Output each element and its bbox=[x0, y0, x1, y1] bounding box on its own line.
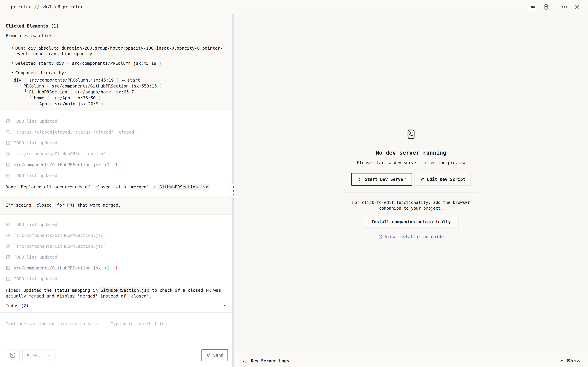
file-reference-chip: src/components/GitHubPRSection.jsx:553:1… bbox=[50, 83, 159, 89]
user-message-feedback: I'm seeing 'closed' for PRs that were me… bbox=[0, 196, 233, 215]
logs-bar-label: Dev Server Logs bbox=[251, 358, 289, 363]
preview-panel: No dev server running Please start a dev… bbox=[234, 14, 588, 354]
chevron-up-icon bbox=[222, 303, 227, 308]
app-window: pr color // vk/bfd6-pr-color bbox=[0, 0, 588, 367]
eye-read-icon bbox=[6, 151, 11, 156]
check-square-icon bbox=[6, 140, 11, 145]
companion-hint-text: For click-to-edit functionality, add the… bbox=[352, 200, 470, 211]
more-options-button[interactable] bbox=[561, 3, 568, 11]
hierarchy-row: └GitHubPRSection (src/pages/home.jsx:65:… bbox=[24, 89, 227, 95]
edit-file-icon bbox=[6, 162, 11, 167]
todos-label: Todos (2) bbox=[6, 303, 29, 308]
tool-call-row-todo[interactable]: TODO list updated bbox=[6, 137, 227, 148]
check-square-icon bbox=[6, 119, 11, 124]
play-icon bbox=[358, 177, 362, 182]
preview-empty-subtitle: Please start a dev server to see the pre… bbox=[357, 160, 465, 165]
show-logs-toggle[interactable]: Show bbox=[559, 358, 580, 364]
message-input[interactable] bbox=[0, 313, 233, 342]
send-button[interactable]: Send bbox=[201, 349, 228, 361]
view-installation-guide-link[interactable]: View installation guide bbox=[378, 234, 444, 239]
close-icon bbox=[575, 5, 580, 9]
user-message-clicked-elements: Clicked Elements (1) From preview click:… bbox=[0, 14, 233, 111]
tool-call-row-todo[interactable]: TODO list updated bbox=[6, 273, 227, 284]
tool-call-row-edit-file[interactable]: src/components/GitHubPRSection.jsx +1 -1 bbox=[6, 263, 227, 273]
profile-selector[interactable]: DEFAULT bbox=[22, 349, 55, 361]
terminal-prompt-icon bbox=[242, 358, 247, 363]
tool-call-row-edit-file[interactable]: src/components/GitHubPRSection.jsx +1 -1 bbox=[6, 159, 227, 170]
diff-removed-count: -1 bbox=[112, 266, 118, 270]
check-square-icon bbox=[6, 222, 11, 227]
image-icon bbox=[9, 352, 16, 358]
hierarchy-row: └App (src/main.jsx:20:9) bbox=[35, 101, 227, 107]
close-button[interactable] bbox=[573, 3, 581, 11]
assistant-tool-block: TODO list updated `src/components/GitHub… bbox=[0, 215, 233, 299]
diff-added-count: +1 bbox=[104, 266, 109, 270]
clicked-elements-heading: Clicked Elements (1) bbox=[6, 24, 227, 29]
file-reference-chip: GitHubPRSection.jsx bbox=[99, 287, 151, 293]
assistant-tool-block: TODO list updated `status.*closed|closed… bbox=[0, 111, 233, 196]
tool-call-row-read-file[interactable]: `src/components/GitHubPRSection.jsx` bbox=[6, 230, 227, 241]
hierarchy-row: └PRColumn (src/components/GitHubPRSectio… bbox=[19, 83, 227, 89]
install-companion-button[interactable]: Install companion automatically bbox=[363, 216, 459, 228]
dom-bullet: DOM: div.absolute.duration-200.group-hov… bbox=[6, 45, 227, 57]
send-icon bbox=[206, 353, 211, 358]
hierarchy-row: div (src/components/PRColumn.jsx:45:19) … bbox=[14, 77, 227, 83]
clicked-elements-intro: From preview click: bbox=[6, 33, 227, 38]
composer: DEFAULT Send bbox=[0, 313, 233, 367]
start-dev-server-button[interactable]: Start Dev Server bbox=[351, 173, 412, 186]
file-reference-chip: GitHubPRSection.jsx bbox=[158, 184, 210, 190]
ellipsis-icon bbox=[562, 6, 567, 8]
eye-icon bbox=[530, 4, 536, 9]
tool-call-row-read-file[interactable]: `src/components/GitHubPRSection.jsx` bbox=[6, 241, 227, 252]
check-square-icon bbox=[6, 276, 11, 281]
diff-removed-count: -1 bbox=[112, 162, 118, 167]
tool-call-row-todo[interactable]: TODO list updated bbox=[6, 219, 227, 230]
assistant-fixed-message: Fixed! Updated the status mapping inGitH… bbox=[6, 287, 227, 299]
tool-call-row-read-file[interactable]: `src/components/GitHubPRSection.jsx` bbox=[6, 148, 227, 159]
terminal-icon bbox=[406, 129, 416, 139]
preview-toggle-button[interactable] bbox=[529, 3, 537, 11]
pencil-icon bbox=[420, 177, 424, 182]
tool-call-row-todo[interactable]: TODO list updated bbox=[6, 252, 227, 263]
no-dev-server-state: No dev server running Please start a dev… bbox=[234, 129, 588, 239]
panel-resize-handle[interactable] bbox=[230, 183, 236, 199]
task-name: pr color bbox=[11, 5, 31, 9]
branch-name: vk/bfd6-pr-color bbox=[43, 5, 83, 9]
file-reference-chip: src/App.jsx:36:50 bbox=[50, 95, 97, 101]
preview-empty-title: No dev server running bbox=[376, 150, 446, 156]
diff-added-count: +1 bbox=[104, 162, 109, 167]
todos-section-header[interactable]: Todos (2) bbox=[0, 299, 233, 313]
assistant-done-message: Done! Replaced all occurrences of 'close… bbox=[6, 184, 227, 190]
file-reference-chip: src/pages/home.jsx:65:7 bbox=[73, 89, 136, 95]
eye-read-icon bbox=[6, 233, 11, 238]
title-separator: // bbox=[34, 5, 39, 9]
dev-server-actions: Start Dev Server Edit Dev Script bbox=[351, 173, 471, 186]
diff-view-button[interactable] bbox=[542, 3, 550, 11]
check-square-icon bbox=[6, 173, 11, 178]
check-square-icon bbox=[6, 255, 11, 260]
title-bar: pr color // vk/bfd6-pr-color bbox=[0, 0, 588, 14]
toolbar-divider bbox=[555, 4, 555, 10]
task-title: pr color // vk/bfd6-pr-color bbox=[11, 5, 83, 9]
composer-controls: DEFAULT Send bbox=[6, 349, 228, 361]
edit-file-icon bbox=[6, 265, 11, 270]
dev-server-logs-bar: Dev Server Logs Show bbox=[234, 354, 588, 367]
hierarchy-row: └Home (src/App.jsx:36:50) bbox=[29, 95, 227, 101]
tool-call-row-todo[interactable]: TODO list updated bbox=[6, 116, 227, 127]
component-hierarchy-tree: div (src/components/PRColumn.jsx:45:19) … bbox=[14, 77, 227, 107]
file-reference-chip: src/components/PRColumn.jsx:45:19 bbox=[70, 60, 158, 66]
selected-start-bullet: Selected start: div (src/components/PRCo… bbox=[6, 60, 227, 66]
tool-call-row-todo[interactable]: TODO list updated bbox=[6, 170, 227, 181]
file-reference-chip: src/components/PRColumn.jsx:45:19 bbox=[27, 77, 115, 83]
tool-call-row-search[interactable]: `status.*closed|closed.*status|'closed'|… bbox=[6, 127, 227, 137]
external-link-icon bbox=[378, 235, 382, 239]
profile-selected-value: DEFAULT bbox=[27, 353, 43, 357]
file-reference-chip: src/main.jsx:20:9 bbox=[53, 101, 100, 107]
attach-image-button[interactable] bbox=[6, 349, 20, 361]
title-bar-actions bbox=[529, 3, 581, 11]
file-diff-icon bbox=[543, 4, 549, 10]
eye-read-icon bbox=[6, 244, 11, 249]
chevron-down-icon bbox=[47, 354, 51, 357]
component-hierarchy-bullet: Component hierarchy: div (src/components… bbox=[6, 70, 227, 107]
edit-dev-script-button[interactable]: Edit Dev Script bbox=[415, 173, 471, 186]
